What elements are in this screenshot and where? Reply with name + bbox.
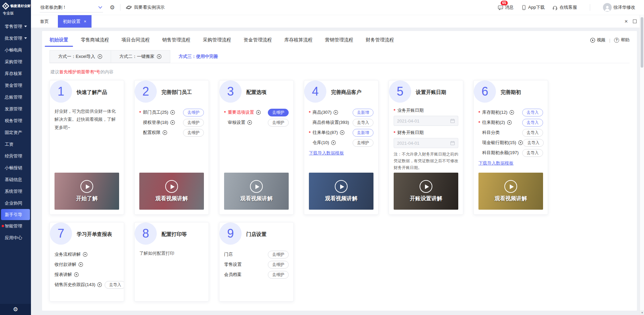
sidebar-item-basic-info[interactable]: 基础信息 <box>0 174 31 185</box>
fullscreen-icon[interactable] <box>633 20 637 23</box>
scroll-down-button[interactable]: ▾ <box>640 310 644 315</box>
tab-retail-mall-flow[interactable]: 零售商城流程 <box>81 37 109 43</box>
go-import-button[interactable]: 去导入 <box>522 129 543 137</box>
app-download-button[interactable]: App下载 <box>521 4 545 10</box>
sidebar-item-ecommerce[interactable]: 小畅电商 <box>0 44 31 56</box>
play-circle-icon[interactable] <box>170 120 175 125</box>
play-circle-icon[interactable] <box>333 110 338 115</box>
sidebar-item-expense[interactable]: 小畅报销 <box>0 162 31 174</box>
tab-finance-flow[interactable]: 财务管理流程 <box>366 37 394 43</box>
go-maintain-button[interactable]: 去维护 <box>268 109 289 116</box>
sidebar-item-inventory[interactable]: 库存核算 <box>0 68 31 79</box>
play-icon <box>250 180 263 193</box>
play-circle-icon[interactable] <box>331 140 336 145</box>
video-button[interactable]: 视频 <box>590 37 606 43</box>
go-maintain-button[interactable]: 去维护 <box>268 261 289 269</box>
notification-dot <box>2 225 4 227</box>
video-thumbnail[interactable]: 开账设置讲解 <box>394 173 458 210</box>
video-thumbnail[interactable]: 观看视频讲解 <box>478 173 543 210</box>
go-import-button[interactable]: 去导入 <box>353 119 373 127</box>
help-button[interactable]: ? 帮助 <box>614 37 630 43</box>
play-circle-icon[interactable] <box>509 110 514 115</box>
sidebar-item-operations[interactable]: 经营管理 <box>0 150 31 162</box>
sidebar-item-purchase[interactable]: 采购管理 <box>0 56 31 68</box>
go-maintain-button[interactable]: 去维护 <box>183 109 204 116</box>
close-all-icon[interactable]: × <box>624 19 628 24</box>
sidebar-item-fixed-assets[interactable]: 固定资产 <box>0 127 31 138</box>
sidebar-item-beginner-guide[interactable]: 新手引导 <box>1 209 30 220</box>
sidebar-item-retail[interactable]: 零售管理 <box>0 21 31 32</box>
play-circle-icon[interactable] <box>163 130 167 135</box>
subtab-excel-import[interactable]: 方式一：Excel导入 <box>49 50 111 63</box>
sidebar-item-collaboration[interactable]: 企业协同 <box>0 197 31 209</box>
task-row: 门店 去维护 <box>224 249 289 259</box>
go-maintain-button[interactable]: 去维护 <box>268 271 289 279</box>
tab-marketing-flow[interactable]: 营销管理流程 <box>325 37 353 43</box>
tab-initial-setup[interactable]: 初始设置 <box>49 37 68 43</box>
sidebar-item-funds[interactable]: 资金管理 <box>0 79 31 91</box>
sidebar-item-tax[interactable]: 税务管理 <box>0 115 31 127</box>
go-maintain-button[interactable]: 去维护 <box>183 129 204 137</box>
play-circle-icon[interactable] <box>83 252 87 257</box>
go-maintain-button[interactable]: 去维护 <box>268 251 289 258</box>
sidebar-settings-button[interactable]: ⚙ <box>0 304 31 315</box>
vertical-scrollbar: ▾ <box>640 15 644 315</box>
play-icon <box>420 180 432 193</box>
video-thumbnail[interactable]: 开始了解 <box>55 173 119 210</box>
go-import-button[interactable]: 去导入 <box>522 119 543 127</box>
sidebar-item-invoice[interactable]: 发票管理 <box>0 103 31 115</box>
download-template-link[interactable]: 下载导入数据模板 <box>478 160 513 166</box>
play-circle-icon[interactable] <box>518 140 523 145</box>
sidebar-item-system[interactable]: 系统管理 <box>0 185 31 197</box>
download-template-link[interactable]: 下载导入数据模板 <box>309 150 344 156</box>
tab-funds-flow[interactable]: 资金管理流程 <box>244 37 272 43</box>
go-maintain-button[interactable]: 去维护 <box>268 119 289 127</box>
sidebar-item-ledger[interactable]: 总账管理 <box>0 91 31 103</box>
play-circle-icon[interactable] <box>247 120 252 125</box>
tab-inventory-flow[interactable]: 库存核算流程 <box>284 37 313 43</box>
messages-button[interactable]: 65 消息 <box>498 4 514 10</box>
task-row: 科目期初余额(197) 去导入 <box>478 148 543 158</box>
play-circle-icon[interactable] <box>170 110 175 115</box>
go-add-button[interactable]: 去新增 <box>353 109 373 116</box>
finance-start-date-input[interactable]: 2021-04-01 <box>394 138 458 148</box>
go-maintain-button[interactable]: 去维护 <box>183 119 204 127</box>
go-import-button[interactable]: 去导入 <box>522 109 543 116</box>
demo-link[interactable]: 我要看实例演示 <box>126 4 165 10</box>
go-import-button[interactable]: 去导入 <box>523 139 544 147</box>
go-import-button[interactable]: 去导入 <box>522 149 543 157</box>
video-thumbnail[interactable]: 观看视频讲解 <box>224 173 289 210</box>
sidebar-item-wholesale[interactable]: 批发管理 <box>0 32 31 44</box>
tab-initial-settings[interactable]: 初始设置 × <box>58 15 92 28</box>
subtab-one-click-move[interactable]: 方式二：一键搬家 <box>111 50 170 63</box>
sidebar-item-payroll[interactable]: 工资 <box>0 138 31 150</box>
play-circle-icon[interactable] <box>74 272 79 277</box>
go-import-button[interactable]: 去导入 <box>105 281 124 289</box>
company-selector[interactable]: 徐老板勿删！ <box>40 3 103 12</box>
play-circle-icon[interactable] <box>256 110 261 115</box>
scrollbar-thumb[interactable] <box>641 17 643 68</box>
sidebar-item-app-center[interactable]: 应用中心 <box>0 232 31 244</box>
sidebar-item-smart-management[interactable]: 智能管理 <box>0 220 31 232</box>
go-add-button[interactable]: 去新增 <box>353 129 373 137</box>
video-thumbnail[interactable]: 观看视频讲解 <box>309 173 373 210</box>
play-circle-icon <box>157 54 162 59</box>
user-menu[interactable]: 徐泽华修改 <box>603 3 635 12</box>
video-thumbnail[interactable]: 观看视频讲解 <box>139 173 204 210</box>
online-support-button[interactable]: 在线客服 <box>552 4 577 10</box>
tab-sales-flow[interactable]: 销售管理流程 <box>162 37 190 43</box>
close-icon[interactable]: × <box>84 19 86 24</box>
play-circle-icon[interactable] <box>507 120 512 125</box>
play-circle-icon[interactable] <box>97 282 102 287</box>
tab-home[interactable]: 首页 <box>31 15 58 28</box>
go-maintain-button[interactable]: 去维护 <box>353 139 373 147</box>
divider <box>120 4 120 11</box>
subtab-improve-in-use[interactable]: 方式三：使用中完善 <box>170 50 226 63</box>
play-circle-icon[interactable] <box>340 130 345 135</box>
play-circle-icon[interactable] <box>78 262 83 267</box>
card-title: 门店设置 <box>246 231 266 238</box>
tab-project-contract-flow[interactable]: 项目合同流程 <box>121 37 150 43</box>
business-start-date-input[interactable]: 2021-04-01 <box>394 116 458 126</box>
gear-icon[interactable]: ⚙ <box>110 5 115 10</box>
tab-purchase-flow[interactable]: 采购管理流程 <box>203 37 231 43</box>
